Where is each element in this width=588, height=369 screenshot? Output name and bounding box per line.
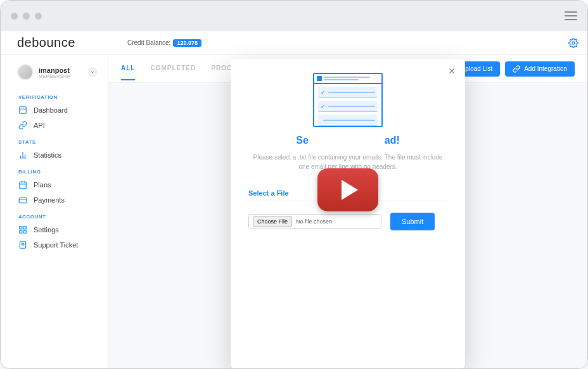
traffic-dot[interactable] — [11, 13, 18, 20]
hamburger-menu-icon[interactable] — [565, 11, 577, 20]
plans-icon — [18, 180, 27, 189]
window: debounce Credit Balance: 120.078 imanpos… — [0, 0, 588, 369]
api-icon — [18, 121, 27, 130]
credit-balance: Credit Balance: 120.078 — [108, 39, 559, 47]
logo: debounce — [1, 35, 108, 50]
sidebar-item-label: Settings — [34, 226, 59, 234]
user-subtitle: MEMBERSHIP — [39, 74, 87, 78]
sidebar-item-payments[interactable]: Payments — [1, 192, 108, 208]
stats-icon — [18, 151, 27, 159]
submit-button[interactable]: Submit — [390, 213, 435, 230]
modal-title: Sead! — [248, 135, 447, 146]
svg-rect-14 — [23, 227, 26, 229]
gear-icon — [568, 38, 578, 48]
traffic-dot[interactable] — [35, 13, 42, 20]
traffic-dot[interactable] — [23, 13, 30, 20]
topbar: debounce Credit Balance: 120.078 — [1, 31, 587, 55]
svg-rect-1 — [20, 107, 27, 114]
close-icon — [447, 66, 456, 75]
svg-rect-7 — [20, 182, 27, 189]
payments-icon — [18, 196, 27, 204]
modal-title-left: Se — [296, 135, 309, 146]
main-content: ALL COMPLETED PROCESSING UNPROCESSED Upl… — [108, 55, 587, 368]
choose-file-button[interactable]: Choose File — [253, 216, 292, 227]
sidebar-section-label: STATS — [1, 133, 108, 147]
sidebar-section-label: BILLING — [1, 163, 108, 177]
credit-label: Credit Balance: — [127, 39, 170, 46]
body: imanpost MEMBERSHIP VERIFICATION Dashboa… — [1, 55, 587, 368]
sidebar-item-support[interactable]: Support Ticket — [1, 237, 108, 253]
sidebar-item-label: Dashboard — [34, 106, 68, 114]
avatar — [17, 64, 34, 80]
user-text: imanpost MEMBERSHIP — [39, 66, 87, 78]
sidebar-item-label: Support Ticket — [34, 241, 78, 249]
sidebar-item-dashboard[interactable]: Dashboard — [1, 103, 108, 118]
modal-illustration: ✓ ✓ — [248, 73, 447, 127]
user-block[interactable]: imanpost MEMBERSHIP — [1, 59, 108, 88]
support-icon — [18, 241, 27, 249]
dashboard-icon — [18, 106, 27, 115]
sidebar-item-label: API — [34, 122, 45, 129]
settings-icon — [18, 225, 27, 234]
modal-title-right: ad! — [385, 135, 400, 146]
upload-modal: ✓ ✓ Sead! Please select a .txt file cont… — [231, 59, 465, 368]
sidebar-section-label: VERIFICATION — [1, 88, 108, 103]
file-input[interactable]: Choose File No file chosen — [248, 214, 381, 229]
svg-point-0 — [572, 42, 575, 44]
credit-value-badge: 120.078 — [173, 39, 201, 47]
svg-rect-13 — [20, 227, 22, 229]
file-row: Choose File No file chosen Submit — [248, 213, 447, 230]
play-icon — [342, 179, 358, 199]
sidebar-item-settings[interactable]: Settings — [1, 222, 108, 237]
sidebar-item-plans[interactable]: Plans — [1, 177, 108, 192]
sidebar-item-statistics[interactable]: Statistics — [1, 147, 108, 163]
sidebar-item-api[interactable]: API — [1, 118, 108, 133]
sidebar-item-label: Plans — [34, 181, 51, 189]
sidebar: imanpost MEMBERSHIP VERIFICATION Dashboa… — [1, 55, 108, 368]
svg-rect-16 — [23, 230, 26, 233]
username: imanpost — [39, 66, 87, 74]
titlebar — [1, 1, 587, 31]
chevron-down-icon — [90, 70, 95, 75]
sidebar-item-label: Statistics — [34, 151, 61, 159]
user-menu-toggle[interactable] — [87, 67, 98, 77]
settings-gear-button[interactable] — [559, 38, 587, 48]
modal-overlay: ✓ ✓ Sead! Please select a .txt file cont… — [108, 55, 587, 368]
video-play-button[interactable] — [317, 168, 378, 211]
modal-close-button[interactable] — [447, 66, 456, 78]
svg-rect-11 — [19, 198, 27, 203]
no-file-text: No file chosen — [296, 218, 332, 225]
svg-rect-15 — [20, 230, 22, 233]
sidebar-section-label: ACCOUNT — [1, 208, 108, 222]
sidebar-item-label: Payments — [34, 196, 65, 204]
traffic-lights — [11, 13, 42, 20]
